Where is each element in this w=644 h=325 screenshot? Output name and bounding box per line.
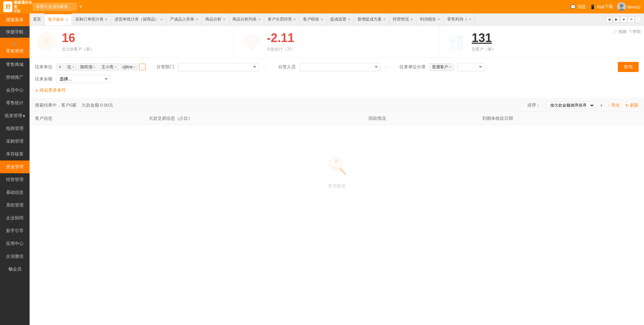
sidebar-item-wechat[interactable]: 企业微信 xyxy=(0,250,30,263)
col-debt-info: 欠款交易信息（占比） xyxy=(143,112,363,125)
tab-commission-setting[interactable]: 提成设置 ✕ xyxy=(327,13,354,26)
sidebar-item-member-center[interactable]: 会员中心 xyxy=(0,84,30,97)
filter-tag-chen: 陈民强 × xyxy=(78,63,98,71)
tab-product-analysis-list[interactable]: 商品分析列表 ✕ xyxy=(229,13,264,26)
tab-close-contact[interactable]: ✕ xyxy=(320,17,323,21)
app-name: 畅捷通好生意 xyxy=(14,0,33,9)
tab-expand-btn[interactable]: ⛶ xyxy=(635,16,642,23)
tab-new-commission[interactable]: 新增提成方案 ✕ xyxy=(354,13,389,26)
tab-close-product-list[interactable]: ✕ xyxy=(258,17,261,21)
tab-prev-btn[interactable]: ◀ xyxy=(606,16,612,23)
tab-purchase-order-stat[interactable]: 采购订单统计表 ✕ xyxy=(72,13,111,26)
tab-home[interactable]: 首页 xyxy=(30,13,45,26)
tab-close-profit[interactable]: ✕ xyxy=(437,17,440,21)
sidebar-item-member[interactable]: 畅会员 xyxy=(0,263,30,276)
remove-chen[interactable]: × xyxy=(93,65,95,69)
debt-customers-label: 总欠款客户（家） xyxy=(62,46,94,52)
tab-close-customer-tier[interactable]: ✕ xyxy=(293,17,296,21)
stat-total-customers: 131 总客户（家） ▷ 视频 ? 帮助 xyxy=(439,26,644,58)
retail-icon: 🛒 xyxy=(12,42,17,47)
collapse-filter-btn[interactable]: ∧ 收起更多条件 xyxy=(35,87,639,93)
person-filter-label: 分管人员 xyxy=(278,64,296,70)
remove-cjttcw[interactable]: × xyxy=(134,65,136,69)
sidebar-item-system[interactable]: 系统管理 xyxy=(0,199,30,212)
sort-select[interactable]: 按欠款金额倒序排序 xyxy=(546,102,595,109)
tab-product-analysis[interactable]: 商品分析 ✕ xyxy=(202,13,229,26)
download-icon: 📱 xyxy=(590,4,595,9)
remove-wang[interactable]: × xyxy=(115,65,117,69)
sidebar-item-wholesale[interactable]: 批发管理 ▾ xyxy=(0,109,30,122)
unit-type-select[interactable] xyxy=(458,63,484,71)
tab-profit-report[interactable]: 利润报告 ✕ xyxy=(417,13,444,26)
svg-rect-8 xyxy=(451,40,452,42)
sidebar-item-new-guide[interactable]: 新手引导 xyxy=(0,224,30,237)
tab-close-all-btn[interactable]: ✕ xyxy=(628,16,635,23)
tab-close-purchase[interactable]: ✕ xyxy=(105,17,108,21)
sidebar-item-marketing[interactable]: 营销推广 xyxy=(0,71,30,84)
avatar xyxy=(617,2,626,11)
video-btn[interactable]: ▷ 视频 xyxy=(613,29,627,35)
tab-operation-status[interactable]: 经营情况 ✕ xyxy=(389,13,417,26)
export-btn[interactable]: ↑ 导出 xyxy=(608,102,620,108)
tab-close-new-commission[interactable]: ✕ xyxy=(383,17,386,21)
diamond-icon xyxy=(241,32,261,52)
sidebar-item-retail-mall[interactable]: 零售商城 xyxy=(0,58,30,71)
tab-close-operation[interactable]: ✕ xyxy=(410,17,413,21)
total-customers-label: 总客户（家） xyxy=(472,46,496,52)
tab-close-inbound[interactable]: ✕ xyxy=(160,17,163,21)
tab-customer-contact[interactable]: 客户联络 ✕ xyxy=(300,13,327,26)
debt-customers-number: 16 xyxy=(62,31,94,45)
tab-close-product-analysis[interactable]: ✕ xyxy=(223,17,225,21)
tab-inbound-stat[interactable]: 进货单统计表（按商品） ✕ xyxy=(111,13,167,26)
sidebar-item-enterprise[interactable]: 企业协同 xyxy=(0,212,30,224)
sidebar-item-ecommerce[interactable]: 电商管理 xyxy=(0,122,30,135)
remove-wu[interactable]: × xyxy=(72,65,74,69)
tab-retail-profit[interactable]: 零售利润（ ✕ xyxy=(444,13,475,26)
refresh-btn[interactable]: ↻ 刷新 xyxy=(625,102,639,108)
dept-select[interactable] xyxy=(178,63,259,71)
tab-close-commission[interactable]: ✕ xyxy=(348,17,350,21)
sidebar-item-finance[interactable]: 资金管理 xyxy=(0,160,30,173)
svg-marker-4 xyxy=(243,33,260,50)
logo-icon: 好 xyxy=(3,1,12,12)
app-download-btn[interactable]: 📱 App下载 xyxy=(590,4,613,10)
sidebar-item-inventory[interactable]: 库存核算 xyxy=(0,148,30,160)
svg-point-1 xyxy=(618,8,625,11)
sidebar-item-basic-info[interactable]: 基础信息 xyxy=(0,186,30,199)
svg-rect-7 xyxy=(457,35,464,50)
person-select[interactable] xyxy=(300,63,380,71)
export-icon: ↑ xyxy=(608,103,610,108)
svg-rect-9 xyxy=(453,40,454,42)
tab-close-product[interactable]: ✕ xyxy=(196,17,198,21)
sidebar-search[interactable]: 搜索菜单 xyxy=(0,13,30,26)
sort-chevron-icon: ▾ xyxy=(600,103,603,108)
dept-filter-label: 分管部门 xyxy=(157,64,174,70)
balance-select[interactable]: 选择... xyxy=(56,75,110,83)
query-button[interactable]: 查询 xyxy=(618,62,639,72)
remove-customer-type[interactable]: × xyxy=(449,65,451,69)
svg-point-0 xyxy=(619,4,624,8)
tab-more-btn[interactable]: ▼ xyxy=(620,16,627,23)
col-customer-info: 客户信息 xyxy=(30,112,143,125)
message-btn[interactable]: 💬 消息 xyxy=(570,4,586,10)
col-due-date: 到期未收款日期 xyxy=(477,112,644,125)
more-tags-btn[interactable]: ... xyxy=(139,64,146,70)
help-btn[interactable]: ? 帮助 xyxy=(629,29,641,35)
stat-debt-customers: ¥ 16 总欠款客户（家） xyxy=(30,26,234,58)
industry-select[interactable]: 母婴行业演示帐套 xyxy=(33,3,77,10)
sidebar-item-operation[interactable]: 经营管理 xyxy=(0,173,30,186)
svg-line-14 xyxy=(340,169,345,174)
tab-product-inbound[interactable]: 产成品入库单 ✕ xyxy=(167,13,202,26)
sidebar-quick-nav[interactable]: 快捷导航 xyxy=(0,26,30,38)
sidebar-item-purchase[interactable]: 采购管理 xyxy=(0,135,30,148)
tab-close-customer-ledger[interactable]: ✕ xyxy=(66,18,68,22)
sidebar-item-app-center[interactable]: 应用中心 xyxy=(0,237,30,250)
sidebar-item-retail-stat[interactable]: 零售统计 xyxy=(0,97,30,109)
tab-next-btn[interactable]: ▶ xyxy=(613,16,620,23)
sidebar-item-retail-mgmt[interactable]: 🛒 零售管理 xyxy=(0,38,30,58)
tab-close-retail-profit[interactable]: ✕ xyxy=(469,17,471,21)
tab-customer-tier[interactable]: 客户分层经营 ✕ xyxy=(264,13,300,26)
result-summary: 搜索结果中，客户0家 欠款金额 0.00元 xyxy=(35,102,113,108)
tab-customer-ledger[interactable]: 客户账本 ✕ xyxy=(45,13,72,26)
user-avatar-area[interactable]: demo2 xyxy=(617,2,641,11)
